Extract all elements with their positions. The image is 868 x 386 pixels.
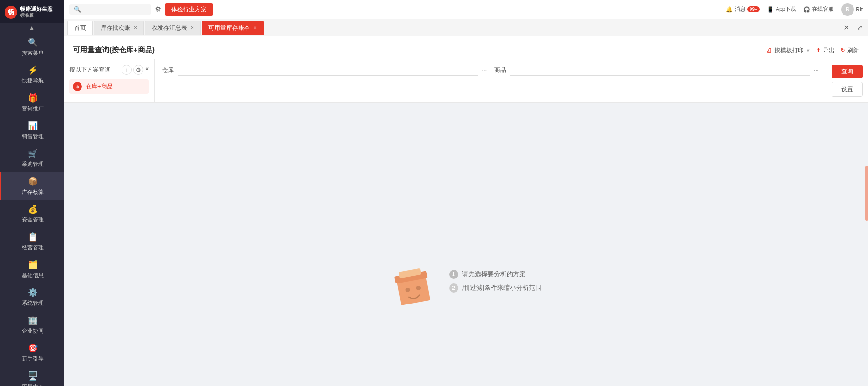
settings-icon[interactable]: ⚙	[155, 5, 161, 14]
tab-available-close[interactable]: ×	[254, 25, 257, 31]
tab-home[interactable]: 首页	[67, 21, 93, 35]
empty-hint-2: 2 用[过滤]条件来缩小分析范围	[449, 283, 542, 293]
avatar: R	[841, 3, 854, 16]
search-input[interactable]	[84, 6, 143, 13]
page-actions: 🖨 按模板打印 ▼ ⬆ 导出 ↻ 刷新	[766, 46, 859, 55]
print-btn[interactable]: 🖨 按模板打印 ▼	[766, 46, 811, 55]
sidebar-item-purchase[interactable]: 🛒 采购管理	[0, 144, 64, 172]
settings-button[interactable]: 设置	[832, 82, 863, 97]
sidebar-item-system[interactable]: ⚙️ 系统管理	[0, 283, 64, 311]
printer-icon: 🖨	[766, 47, 772, 54]
quick-icon: ⚡	[28, 65, 38, 75]
refresh-label: 刷新	[847, 46, 859, 55]
sidebar-item-label: 资金管理	[22, 216, 44, 224]
warehouse-input[interactable]	[178, 65, 478, 76]
filter-scheme-actions: + ⚙ «	[122, 65, 149, 75]
tabbar-close-button[interactable]: ✕	[842, 21, 851, 34]
sidebar-item-label: 营销推广	[22, 105, 44, 113]
search-icon: 🔍	[74, 6, 81, 13]
scheme-icon: ⊕	[73, 82, 82, 91]
topbar-search-box: 🔍	[69, 4, 151, 15]
sidebar-scroll-up[interactable]: ▲	[0, 23, 64, 33]
scheme-settings-btn[interactable]: ⚙	[133, 65, 143, 75]
empty-hints: 1 请先选择要分析的方案 2 用[过滤]条件来缩小分析范围	[449, 270, 542, 293]
tab-batch-close[interactable]: ×	[134, 25, 137, 31]
user-profile[interactable]: R Rit	[841, 3, 863, 16]
refresh-btn[interactable]: ↻ 刷新	[840, 46, 859, 55]
goods-more-btn[interactable]: ···	[813, 67, 819, 74]
sidebar-item-sales[interactable]: 📊 销售管理	[0, 116, 64, 144]
filter-scheme-title: 按以下方案查询	[69, 66, 111, 74]
sidebar-nav: 🔍 搜索菜单 ⚡ 快捷导航 🎁 营销推广 📊 销售管理 🛒 采购管理 📦 库存核…	[0, 33, 64, 386]
sidebar-item-quick[interactable]: ⚡ 快捷导航	[0, 61, 64, 88]
tabbar-expand-button[interactable]: ⤢	[855, 21, 864, 34]
scheme-item-label: 仓库+商品	[86, 82, 113, 91]
app-download-btn[interactable]: 📱 App下载	[767, 5, 796, 13]
goods-input[interactable]	[510, 65, 810, 76]
right-scrollbar[interactable]	[865, 166, 868, 221]
refresh-icon: ↻	[840, 47, 845, 54]
export-btn[interactable]: ⬆ 导出	[816, 46, 835, 55]
sidebar-item-marketing[interactable]: 🎁 营销推广	[0, 88, 64, 116]
sidebar-item-label: 采购管理	[22, 160, 44, 168]
bell-icon: 🔔	[726, 6, 733, 13]
tab-batch[interactable]: 库存批次账 ×	[94, 21, 144, 35]
sidebar-item-label: 搜索菜单	[22, 49, 44, 57]
sidebar-item-basic[interactable]: 🗂️ 基础信息	[0, 255, 64, 283]
empty-state: 1 请先选择要分析的方案 2 用[过滤]条件来缩小分析范围	[64, 103, 868, 386]
search-icon: 🔍	[28, 37, 38, 47]
add-scheme-btn[interactable]: +	[122, 65, 132, 75]
target-icon: 🎯	[28, 343, 38, 353]
sidebar-logo: 畅 畅康通好生意 标准版	[0, 0, 64, 23]
filter-scheme-panel: 按以下方案查询 + ⚙ « ⊕ 仓库+商品	[64, 59, 155, 102]
sidebar-item-enterprise[interactable]: 🏢 企业协同	[0, 311, 64, 339]
tab-available[interactable]: 可用量库存账本 ×	[202, 21, 264, 35]
filter-field-goods: 商品 ···	[494, 65, 819, 76]
logo-icon: 畅	[5, 6, 17, 19]
cart-icon: 🛒	[28, 149, 38, 159]
industry-btn[interactable]: 体验行业方案	[165, 3, 213, 16]
phone-icon: 📱	[767, 6, 774, 13]
tab-summary[interactable]: 收发存汇总表 ×	[145, 21, 201, 35]
sidebar-item-label: 快捷导航	[22, 77, 44, 85]
gear-icon: ⚙️	[28, 288, 38, 298]
sidebar-item-finance[interactable]: 💰 资金管理	[0, 200, 64, 227]
sidebar-item-appstore[interactable]: 🖥️ 应用中心	[0, 366, 64, 386]
print-dropdown-icon: ▼	[806, 48, 811, 53]
logo-name: 畅康通好生意	[20, 6, 53, 12]
customer-service-btn[interactable]: 🎧 在线客服	[803, 5, 834, 13]
messages-badge: 99+	[747, 6, 760, 12]
hint-num-2: 2	[449, 283, 458, 293]
sidebar-item-label: 应用中心	[22, 383, 44, 386]
chart-icon: 📊	[28, 121, 38, 131]
messages-btn[interactable]: 🔔 消息 99+	[726, 5, 760, 13]
sidebar-item-label: 基础信息	[22, 272, 44, 279]
folder-icon: 🗂️	[28, 260, 38, 270]
warehouse-more-btn[interactable]: ···	[482, 67, 487, 74]
hint-text-2: 用[过滤]条件来缩小分析范围	[462, 284, 542, 292]
empty-hint-1: 1 请先选择要分析的方案	[449, 270, 542, 279]
sidebar-item-guide[interactable]: 🎯 新手引导	[0, 339, 64, 366]
tabbar: 首页 库存批次账 × 收发存汇总表 × 可用量库存账本 × ✕ ⤢	[64, 19, 868, 36]
sidebar-item-operation[interactable]: 📋 经营管理	[0, 227, 64, 255]
topbar-right: 🔔 消息 99+ 📱 App下载 🎧 在线客服 R Rit	[726, 3, 863, 16]
page-title: 可用量查询(按仓库+商品)	[73, 46, 155, 55]
empty-svg-icon	[390, 258, 436, 309]
tab-summary-close[interactable]: ×	[191, 25, 194, 31]
tab-available-label: 可用量库存账本	[208, 24, 250, 32]
hint-num-1: 1	[449, 270, 458, 279]
clipboard-icon: 📋	[28, 232, 38, 242]
sidebar-item-search[interactable]: 🔍 搜索菜单	[0, 33, 64, 61]
filter-fields: 仓库 ··· 商品 ···	[155, 59, 826, 102]
query-button[interactable]: 查询	[832, 65, 863, 78]
scheme-item-warehouse-goods[interactable]: ⊕ 仓库+商品	[69, 79, 149, 94]
export-icon: ⬆	[816, 47, 821, 54]
export-label: 导出	[823, 46, 835, 55]
gift-icon: 🎁	[28, 93, 38, 103]
sidebar-item-inventory[interactable]: 📦 库存核算	[0, 172, 64, 200]
collapse-btn[interactable]: «	[145, 65, 149, 75]
filter-actions: 查询 设置	[826, 59, 868, 102]
sidebar-item-label: 企业协同	[22, 327, 44, 335]
warehouse-label: 仓库	[162, 66, 174, 74]
print-label: 按模板打印	[774, 46, 804, 55]
